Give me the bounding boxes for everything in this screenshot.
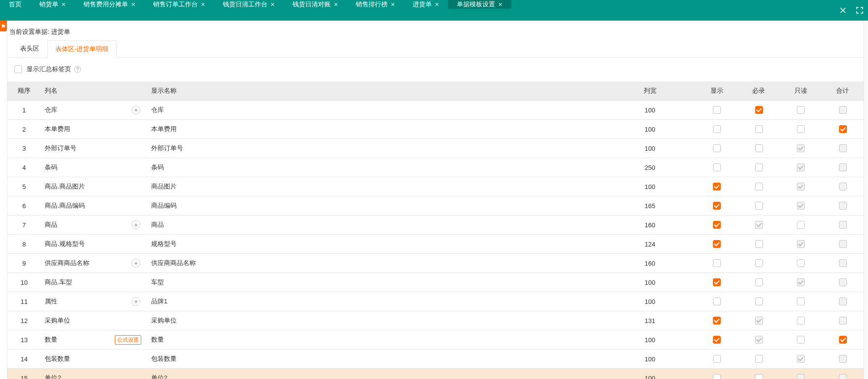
required-checkbox[interactable] [755, 374, 763, 379]
readonly-checkbox[interactable] [797, 317, 805, 325]
formula-settings-button[interactable]: 公式设置 [115, 335, 141, 345]
tab-单据模板设置[interactable]: 单据模板设置✕ [448, 0, 511, 9]
width-input[interactable] [644, 336, 673, 344]
cell-display-name[interactable]: 商品 [147, 216, 640, 235]
show-checkbox[interactable] [713, 163, 721, 171]
cell-display-name[interactable]: 品牌1 [147, 292, 640, 311]
show-checkbox[interactable] [713, 106, 721, 114]
tab-close-icon[interactable]: ✕ [131, 1, 135, 8]
tab-close-icon[interactable]: ✕ [498, 1, 502, 8]
width-input[interactable] [644, 163, 673, 172]
show-checkbox[interactable] [713, 144, 721, 152]
width-input[interactable] [644, 355, 673, 363]
required-checkbox[interactable] [755, 278, 763, 286]
add-sub-column-button[interactable]: + [132, 220, 140, 229]
tab-close-icon[interactable]: ✕ [391, 1, 395, 8]
cell-display-name[interactable]: 包装数量 [147, 350, 640, 369]
width-input[interactable] [644, 259, 673, 268]
fullscreen-icon[interactable] [851, 0, 868, 21]
required-checkbox[interactable] [755, 298, 763, 305]
required-checkbox[interactable] [755, 259, 763, 267]
width-input[interactable] [644, 221, 673, 229]
width-input[interactable] [644, 317, 673, 325]
table-row[interactable]: 7商品+商品 [7, 216, 864, 235]
add-sub-column-button[interactable]: + [132, 106, 140, 114]
tab-钱货日清工作台[interactable]: 钱货日清工作台✕ [214, 0, 284, 9]
cell-display-name[interactable]: 条码 [147, 158, 640, 177]
show-checkbox[interactable] [713, 298, 721, 305]
cell-display-name[interactable]: 商品编码 [147, 196, 640, 216]
table-row[interactable]: 5商品.商品图片商品图片 [7, 177, 864, 196]
width-input[interactable] [644, 240, 673, 248]
width-input[interactable] [644, 183, 673, 191]
tab-销售排行榜[interactable]: 销售排行榜✕ [347, 0, 404, 9]
inner-tab[interactable]: 表体区-进货单明细 [47, 40, 117, 58]
readonly-checkbox[interactable] [797, 336, 805, 344]
width-input[interactable] [644, 144, 673, 153]
total-checkbox[interactable] [839, 125, 847, 133]
width-input[interactable] [644, 374, 673, 379]
width-input[interactable] [644, 106, 673, 114]
required-checkbox[interactable] [755, 183, 763, 190]
table-row[interactable]: 8商品.规格型号规格型号 [7, 235, 864, 254]
width-input[interactable] [644, 125, 673, 134]
cell-display-name[interactable]: 仓库 [147, 101, 640, 120]
tab-销售费用分摊单[interactable]: 销售费用分摊单✕ [75, 0, 144, 9]
tab-close-icon[interactable]: ✕ [201, 1, 205, 8]
required-checkbox[interactable] [755, 106, 763, 114]
show-checkbox[interactable] [713, 259, 721, 267]
cell-display-name[interactable]: 车型 [147, 273, 640, 292]
cell-display-name[interactable]: 规格型号 [147, 235, 640, 254]
show-checkbox[interactable] [713, 202, 721, 210]
tab-close-icon[interactable]: ✕ [334, 1, 338, 8]
cell-display-name[interactable]: 采购单位 [147, 311, 640, 330]
tab-close-icon[interactable]: ✕ [435, 1, 439, 8]
table-row[interactable]: 12采购单位采购单位 [7, 311, 864, 330]
table-row[interactable]: 6商品.商品编码商品编码 [7, 196, 864, 216]
table-row[interactable]: 14包装数量包装数量 [7, 350, 864, 369]
table-row[interactable]: 1仓库+仓库 [7, 101, 864, 120]
required-checkbox[interactable] [755, 163, 763, 171]
table-row[interactable]: 15单位2单位2 [7, 369, 864, 379]
table-row[interactable]: 9供应商商品名称+供应商商品名称 [7, 254, 864, 273]
show-checkbox[interactable] [713, 240, 721, 248]
width-input[interactable] [644, 278, 673, 287]
table-row[interactable]: 11属性+品牌1 [7, 292, 864, 311]
required-checkbox[interactable] [755, 144, 763, 152]
help-icon[interactable]: ? [74, 66, 81, 73]
sidebar-expand-button[interactable] [0, 21, 7, 31]
readonly-checkbox[interactable] [797, 259, 805, 267]
required-checkbox[interactable] [755, 355, 763, 363]
required-checkbox[interactable] [755, 125, 763, 133]
show-summary-checkbox[interactable]: 显示汇总标签页 [12, 64, 71, 75]
cell-display-name[interactable]: 数量 [147, 330, 640, 350]
show-checkbox[interactable] [713, 183, 721, 190]
show-checkbox[interactable] [713, 374, 721, 379]
table-row[interactable]: 2本单费用本单费用 [7, 120, 864, 139]
show-checkbox[interactable] [713, 336, 721, 344]
cell-display-name[interactable]: 供应商商品名称 [147, 254, 640, 273]
readonly-checkbox[interactable] [797, 221, 805, 229]
cell-display-name[interactable]: 商品图片 [147, 177, 640, 196]
total-checkbox[interactable] [839, 336, 847, 344]
tab-销货单[interactable]: 销货单✕ [30, 0, 75, 9]
cell-display-name[interactable]: 本单费用 [147, 120, 640, 139]
show-checkbox[interactable] [713, 278, 721, 286]
add-sub-column-button[interactable]: + [132, 297, 140, 306]
show-summary-input[interactable] [14, 65, 22, 73]
width-input[interactable] [644, 202, 673, 210]
readonly-checkbox[interactable] [797, 106, 805, 114]
show-checkbox[interactable] [713, 125, 721, 133]
add-sub-column-button[interactable]: + [132, 259, 140, 268]
table-row[interactable]: 10商品.车型车型 [7, 273, 864, 292]
cell-display-name[interactable]: 单位2 [147, 369, 640, 379]
table-row[interactable]: 4条码条码 [7, 158, 864, 177]
table-row[interactable]: 13数量公式设置数量 [7, 330, 864, 350]
tab-销售订单工作台[interactable]: 销售订单工作台✕ [144, 0, 214, 9]
show-checkbox[interactable] [713, 221, 721, 229]
close-icon[interactable] [835, 0, 851, 21]
tab-close-icon[interactable]: ✕ [270, 1, 275, 8]
readonly-checkbox[interactable] [797, 298, 805, 305]
show-checkbox[interactable] [713, 317, 721, 325]
required-checkbox[interactable] [755, 202, 763, 210]
